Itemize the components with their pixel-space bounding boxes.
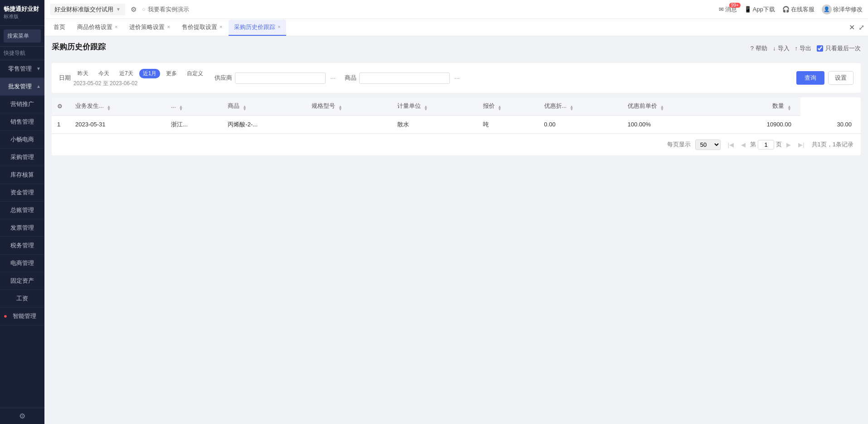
- message-button[interactable]: ✉ 消息 99+: [719, 5, 737, 14]
- goods-filter: 商品 ···: [345, 72, 462, 84]
- sort-icon: ▲▼: [660, 105, 664, 111]
- phone-icon: 📱: [744, 6, 751, 13]
- th-quantity[interactable]: 数量 ▲▼: [720, 97, 800, 116]
- close-icon[interactable]: ×: [115, 24, 117, 29]
- tab-sale-extract[interactable]: 售价提取设置 ×: [176, 19, 228, 36]
- close-tab-icon[interactable]: ✕: [849, 23, 855, 32]
- sidebar-quicknav[interactable]: 快捷导航: [0, 47, 44, 60]
- demo-button[interactable]: ○ 我要看实例演示: [142, 5, 189, 14]
- cell-col3: 浙江...: [166, 116, 222, 133]
- sidebar-item-salary[interactable]: 工资: [0, 290, 44, 308]
- sidebar-item-ledger[interactable]: 总账管理: [0, 202, 44, 219]
- tab-home[interactable]: 首页: [48, 19, 71, 36]
- topbar-settings-icon[interactable]: ⚙: [131, 5, 137, 14]
- sort-icon: ▲▼: [497, 105, 502, 111]
- topbar-right: ✉ 消息 99+ 📱 App下载 🎧 在线客服 👤 徐泽华修改: [719, 5, 863, 14]
- tab-cost-strategy[interactable]: 进价策略设置 ×: [124, 19, 175, 36]
- tabbar: 首页 商品价格设置 × 进价策略设置 × 售价提取设置 × 采购历史价跟踪 × …: [44, 19, 868, 36]
- sidebar-item-invoice[interactable]: 发票管理: [0, 219, 44, 237]
- settings-button[interactable]: 设置: [828, 71, 853, 85]
- sidebar-item-ai[interactable]: ● 智能管理: [0, 308, 44, 325]
- version-selector[interactable]: 好业财标准版交付试用 ▼: [50, 4, 125, 15]
- sidebar-item-inventory[interactable]: 库存核算: [0, 166, 44, 184]
- date-custom[interactable]: 自定义: [183, 68, 207, 79]
- sidebar-item-finance[interactable]: 资金管理: [0, 184, 44, 202]
- supplier-expand-icon[interactable]: ···: [328, 74, 337, 82]
- settings-icon[interactable]: ⚙: [19, 412, 25, 420]
- only-last-checkbox-group[interactable]: 只看最后一次: [817, 44, 861, 53]
- user-button[interactable]: 👤 徐泽华修改: [822, 5, 863, 14]
- page-total: 共1页，1条记录: [812, 140, 853, 149]
- topbar: 好业财标准版交付试用 ▼ ⚙ ○ 我要看实例演示 ✉ 消息 99+ 📱 App下…: [44, 0, 868, 19]
- date-1month[interactable]: 近1月: [139, 69, 161, 78]
- sort-icon: ▲▼: [179, 105, 183, 111]
- sidebar-item-wholesale[interactable]: 批发管理 ▲: [0, 78, 44, 96]
- sidebar-item-purchase[interactable]: 采购管理: [0, 149, 44, 166]
- th-gear[interactable]: ⚙: [52, 97, 70, 116]
- page-size-select[interactable]: 20 50 100 200: [695, 140, 721, 150]
- date-today[interactable]: 今天: [94, 68, 113, 79]
- date-more[interactable]: 更多: [162, 68, 181, 79]
- th-quote[interactable]: 报价 ▲▼: [478, 97, 539, 116]
- th-discount[interactable]: 优惠折... ▲▼: [539, 97, 622, 116]
- help-button[interactable]: ? 帮助: [751, 44, 767, 53]
- sidebar-item-assets[interactable]: 固定资产: [0, 272, 44, 290]
- page-label: 第: [750, 140, 756, 149]
- date-yesterday[interactable]: 昨天: [73, 68, 93, 79]
- supplier-input[interactable]: [235, 72, 326, 84]
- export-icon: ↑: [795, 45, 798, 52]
- export-button[interactable]: ↑ 导出: [795, 44, 812, 53]
- tab-price-label: 商品价格设置: [77, 23, 112, 31]
- sidebar-item-tax[interactable]: 税务管理: [0, 237, 44, 255]
- last-page-button[interactable]: ▶|: [795, 140, 807, 149]
- th-col3[interactable]: ... ▲▼: [166, 97, 222, 116]
- first-page-button[interactable]: |◀: [725, 140, 736, 149]
- tab-price-settings[interactable]: 商品价格设置 ×: [72, 19, 123, 36]
- sidebar-search-area[interactable]: 搜索菜单: [0, 26, 44, 47]
- next-page-button[interactable]: ▶: [784, 140, 794, 149]
- prev-page-button[interactable]: ◀: [738, 140, 748, 149]
- sidebar-item-ecommerce-small[interactable]: 小畅电商: [0, 131, 44, 149]
- close-icon[interactable]: ×: [219, 24, 222, 29]
- headphone-icon: 🎧: [782, 6, 790, 13]
- sort-icon: ▲▼: [338, 105, 342, 111]
- query-button[interactable]: 查询: [796, 71, 824, 85]
- search-menu-button[interactable]: 搜索菜单: [4, 29, 41, 43]
- supplier-filter: 供应商 ···: [215, 72, 337, 84]
- sidebar-item-ecommerce[interactable]: 电商管理: [0, 255, 44, 272]
- only-last-checkbox[interactable]: [817, 45, 823, 52]
- th-unit[interactable]: 计量单位 ▲▼: [392, 97, 478, 116]
- date-7days[interactable]: 近7天: [115, 68, 137, 79]
- data-table: ⚙ 业务发生... ▲▼ ... ▲▼ 商品 ▲▼: [52, 97, 861, 155]
- th-goods[interactable]: 商品 ▲▼: [222, 97, 306, 116]
- sidebar-item-marketing[interactable]: 营销推广: [0, 96, 44, 113]
- sort-icon: ▲▼: [424, 105, 428, 111]
- dot-icon: ●: [4, 313, 7, 319]
- service-label: 在线客服: [791, 5, 814, 14]
- cell-quote: 0.00: [539, 116, 622, 133]
- page-unit: 页: [776, 140, 782, 149]
- th-pre-price[interactable]: 优惠前单价 ▲▼: [622, 97, 720, 116]
- goods-expand-icon[interactable]: ···: [453, 74, 462, 82]
- sidebar-item-retail[interactable]: 零售管理 ▼: [0, 60, 44, 78]
- pagination: 每页显示 20 50 100 200 |◀ ◀ 第 页 ▶ ▶| 共1页，1条记…: [52, 134, 861, 155]
- cell-unit: 散水: [392, 116, 478, 133]
- tab-purchase-history[interactable]: 采购历史价跟踪 ×: [229, 19, 286, 36]
- close-icon[interactable]: ×: [278, 24, 280, 29]
- goods-input[interactable]: [359, 72, 450, 84]
- chevron-up-icon: ▲: [36, 84, 41, 89]
- th-spec[interactable]: 规格型号 ▲▼: [306, 97, 392, 116]
- sort-icon: ▲▼: [243, 105, 247, 111]
- sidebar-bottom: ⚙: [0, 408, 44, 424]
- page-input[interactable]: [758, 140, 774, 149]
- close-icon[interactable]: ×: [167, 24, 170, 29]
- service-button[interactable]: 🎧 在线客服: [782, 5, 814, 14]
- cell-spec: [306, 116, 392, 133]
- help-icon: ?: [751, 45, 754, 52]
- expand-icon[interactable]: ⤢: [858, 23, 864, 32]
- app-download-button[interactable]: 📱 App下载: [744, 5, 775, 14]
- sidebar-item-sales[interactable]: 销售管理: [0, 113, 44, 131]
- import-button[interactable]: ↓ 导入: [773, 44, 790, 53]
- per-page-label: 每页显示: [667, 140, 691, 149]
- th-date[interactable]: 业务发生... ▲▼: [70, 97, 166, 116]
